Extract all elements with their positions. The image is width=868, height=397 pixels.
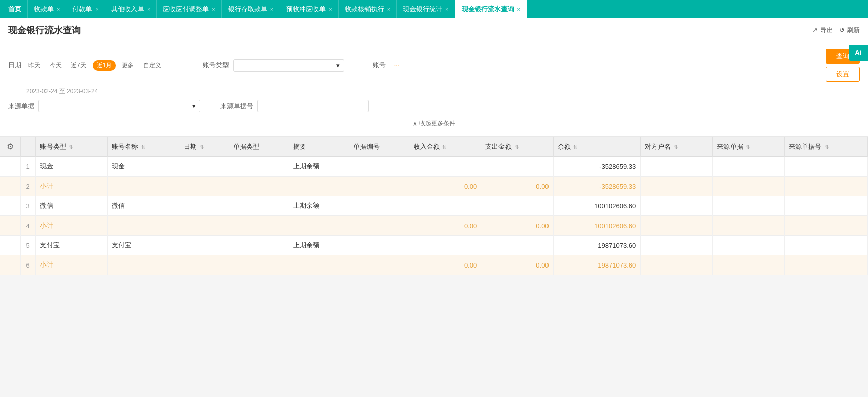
nav-item-cash-flow[interactable]: 现金银行流水查询 ×: [455, 0, 527, 18]
close-prepay-icon[interactable]: ×: [329, 6, 332, 12]
table-cell: 0.00: [409, 216, 481, 236]
table-cell: [349, 157, 409, 177]
table-settings-icon[interactable]: ⚙: [7, 142, 14, 151]
table-cell: [785, 177, 868, 196]
table-cell: 0.00: [481, 216, 553, 236]
nav-payment-label: 付款单: [72, 5, 92, 14]
close-cash-flow-icon[interactable]: ×: [517, 6, 520, 12]
col-date[interactable]: 日期 ⇅: [179, 137, 229, 157]
export-icon: ↗: [812, 26, 818, 34]
col-counterparty[interactable]: 对方户名 ⇅: [641, 137, 712, 157]
col-income[interactable]: 收入金额 ⇅: [409, 137, 481, 157]
col-account-name[interactable]: 账号名称 ⇅: [107, 137, 179, 157]
nav-item-receipt[interactable]: 收款单 ×: [28, 0, 66, 18]
ai-badge[interactable]: Ai: [849, 45, 868, 61]
date-btn-today[interactable]: 今天: [47, 60, 65, 71]
table-cell: 4: [20, 216, 35, 236]
close-writeoff-icon[interactable]: ×: [387, 6, 390, 12]
account-type-label: 账号类型: [203, 61, 229, 70]
table-cell: 微信: [35, 196, 107, 216]
table-cell: [641, 236, 712, 255]
table-cell: [107, 177, 179, 196]
col-expense[interactable]: 支出金额 ⇅: [481, 137, 553, 157]
sort-balance-icon: ⇅: [573, 144, 577, 150]
table-cell: [712, 177, 784, 196]
date-filter-group: 日期 昨天 今天 近7天 近1月 更多 自定义: [8, 60, 164, 71]
col-source-doc-num[interactable]: 来源单据号 ⇅: [785, 137, 868, 157]
source-doc-num-filter-group: 来源单据号: [220, 100, 369, 112]
nav-cash-stat-label: 现金银行统计: [403, 5, 442, 14]
table-row[interactable]: 2小计0.000.00-3528659.33: [0, 177, 868, 196]
table-cell: [179, 196, 229, 216]
date-btn-custom[interactable]: 自定义: [140, 60, 164, 71]
date-btn-more[interactable]: 更多: [119, 60, 137, 71]
table-cell: 0.00: [481, 177, 553, 196]
nav-item-bank-deposit[interactable]: 银行存取款单 ×: [222, 0, 280, 18]
sort-account-type-icon: ⇅: [69, 144, 73, 150]
table-cell: [349, 236, 409, 255]
nav-item-receipt-writeoff[interactable]: 收款核销执行 ×: [339, 0, 397, 18]
sort-source-doc-icon: ⇅: [746, 144, 750, 150]
refresh-button[interactable]: ↺ 刷新: [839, 26, 860, 35]
table-cell: 现金: [107, 157, 179, 177]
nav-item-home[interactable]: 首页: [2, 0, 28, 18]
top-navigation: 首页 收款单 × 付款单 × 其他收入单 × 应收应付调整单 × 银行存取款单 …: [0, 0, 868, 18]
table-header: ⚙ 账号类型 ⇅ 账号名称 ⇅ 日期 ⇅ 单据类型 摘要 单据编号 收入金额 ⇅…: [0, 137, 868, 157]
table-cell: [409, 157, 481, 177]
account-ellipsis-button[interactable]: ···: [390, 59, 404, 71]
nav-item-cash-stat[interactable]: 现金银行统计 ×: [397, 0, 455, 18]
nav-item-ar-ap-adjust[interactable]: 应收应付调整单 ×: [157, 0, 221, 18]
table-cell: [641, 216, 712, 236]
table-cell: [641, 177, 712, 196]
col-balance[interactable]: 余额 ⇅: [553, 137, 641, 157]
table-row[interactable]: 3微信微信上期余额100102606.60: [0, 196, 868, 216]
collapse-bar[interactable]: ∧ 收起更多条件: [8, 117, 860, 130]
table-cell: [229, 255, 289, 275]
close-receipt-icon[interactable]: ×: [57, 6, 60, 12]
settings-button[interactable]: 设置: [826, 67, 860, 82]
table-cell: 2: [20, 177, 35, 196]
table-row[interactable]: 4小计0.000.00100102606.60: [0, 216, 868, 236]
table-cell: 上期余额: [289, 157, 349, 177]
source-doc-select[interactable]: ▾: [38, 100, 200, 112]
close-ar-ap-icon[interactable]: ×: [212, 6, 215, 12]
table-row[interactable]: 6小计0.000.0019871073.60: [0, 255, 868, 275]
table-cell: [0, 157, 20, 177]
source-doc-num-input[interactable]: [257, 100, 369, 112]
account-type-chevron-icon: ▾: [336, 62, 340, 69]
account-label: 账号: [373, 61, 386, 70]
table-cell: [289, 255, 349, 275]
nav-item-payment[interactable]: 付款单 ×: [66, 0, 105, 18]
table-row[interactable]: 1现金现金上期余额-3528659.33: [0, 157, 868, 177]
close-other-income-icon[interactable]: ×: [147, 6, 150, 12]
nav-item-other-income[interactable]: 其他收入单 ×: [105, 0, 157, 18]
close-payment-icon[interactable]: ×: [95, 6, 98, 12]
col-settings[interactable]: ⚙: [0, 137, 20, 157]
close-bank-deposit-icon[interactable]: ×: [270, 6, 273, 12]
col-account-type[interactable]: 账号类型 ⇅: [35, 137, 107, 157]
date-filter-label: 日期: [8, 61, 21, 70]
account-type-select[interactable]: ▾: [233, 59, 344, 72]
table-cell: [229, 236, 289, 255]
nav-item-prepay-offset[interactable]: 预收冲应收单 ×: [280, 0, 338, 18]
col-source-doc[interactable]: 来源单据 ⇅: [712, 137, 784, 157]
table-cell: 小计: [35, 255, 107, 275]
table-row[interactable]: 5支付宝支付宝上期余额19871073.60: [0, 236, 868, 255]
table-cell: [409, 196, 481, 216]
date-btn-7days[interactable]: 近7天: [68, 60, 89, 71]
close-cash-stat-icon[interactable]: ×: [445, 6, 448, 12]
table-body: 1现金现金上期余额-3528659.332小计0.000.00-3528659.…: [0, 157, 868, 275]
export-label: 导出: [820, 26, 833, 35]
table-cell: 5: [20, 236, 35, 255]
col-doc-type: 单据类型: [229, 137, 289, 157]
table-cell: 6: [20, 255, 35, 275]
table-cell: [229, 177, 289, 196]
date-btn-yesterday[interactable]: 昨天: [25, 60, 43, 71]
date-btn-1month[interactable]: 近1月: [93, 60, 116, 71]
table-cell: 0.00: [409, 255, 481, 275]
table-cell: 100102606.60: [553, 216, 641, 236]
export-button[interactable]: ↗ 导出: [812, 26, 833, 35]
sort-income-icon: ⇅: [442, 144, 446, 150]
table-cell: [229, 157, 289, 177]
table-cell: [785, 216, 868, 236]
